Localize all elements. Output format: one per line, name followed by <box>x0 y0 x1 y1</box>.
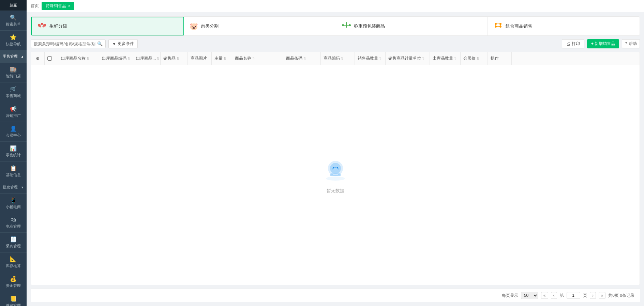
sidebar-item-general-ledger[interactable]: 📒 总账管理 <box>0 292 27 306</box>
store-icon: 🏬 <box>10 66 17 73</box>
th-barcode: 商品条码 ⇅ <box>283 52 321 65</box>
add-button[interactable]: + 新增销售品 <box>587 39 619 48</box>
home-link[interactable]: 首页 <box>31 3 39 9</box>
filter-icon: ▼ <box>112 42 116 46</box>
tab-combo[interactable]: 组合商品销售 <box>488 17 640 35</box>
pagination-bar: 每页显示 50 100 200 « ‹ 第 页 › » 共0页 0条记录 <box>31 289 640 302</box>
sidebar: 超赢 🔍 搜索菜单 ⭐ 快捷导航 零售管理 ▲ 🏬 智慧门店 🛒 零售商城 📢 … <box>0 0 27 306</box>
sort-icon[interactable]: ⇅ <box>379 57 382 60</box>
topbar: 首页 特殊销售品 × <box>27 0 644 12</box>
sort-icon[interactable]: ⇅ <box>422 57 425 60</box>
sort-icon[interactable]: ⇅ <box>157 57 160 60</box>
svg-point-4 <box>43 26 44 28</box>
th-prod-code: 商品编码 ⇅ <box>321 52 355 65</box>
column-settings-icon[interactable]: ⚙ <box>36 56 40 61</box>
empty-illustration <box>322 156 349 184</box>
sidebar-item-member[interactable]: 👤 会员中心 <box>0 122 27 142</box>
svg-point-8 <box>346 22 347 24</box>
toolbar-right: 🖨 打印 + 新增销售品 ? 帮助 <box>562 39 640 48</box>
svg-point-20 <box>330 163 341 174</box>
th-checkbox[interactable] <box>45 52 58 65</box>
receipt-icon: 🧾 <box>10 236 17 243</box>
cart-icon: 🛒 <box>10 86 17 92</box>
svg-point-18 <box>326 177 345 181</box>
sidebar-item-retail[interactable]: 零售管理 ▲ <box>0 50 27 63</box>
main-area: 首页 特殊销售品 × 生鲜分级 <box>27 0 644 306</box>
sidebar-item-inventory[interactable]: 📐 库存核算 <box>0 253 27 272</box>
page-label: 第 <box>560 293 564 299</box>
person-icon: 👤 <box>10 125 17 132</box>
sidebar-item-purchase[interactable]: 🧾 采购管理 <box>0 233 27 253</box>
ruler-icon: 📐 <box>10 256 17 262</box>
printer-icon: 🖨 <box>566 42 570 46</box>
weight-tab-label: 称重预包装商品 <box>354 23 385 29</box>
sidebar-item-mini-app[interactable]: 📱 小畅电商 <box>0 194 27 213</box>
sort-icon[interactable]: ⇅ <box>303 57 306 60</box>
th-sale-unit: 销售商品计量单位 ⇅ <box>386 52 430 65</box>
search-input[interactable] <box>34 42 96 46</box>
money-icon: 💰 <box>10 276 17 282</box>
filter-button[interactable]: ▼ 更多条件 <box>108 39 138 48</box>
page-number-input[interactable] <box>567 292 580 299</box>
fresh-tab-label: 生鲜分级 <box>49 23 67 29</box>
print-button[interactable]: 🖨 打印 <box>562 39 584 48</box>
prev-page-button[interactable]: ‹ <box>551 292 557 299</box>
megaphone-icon: 📢 <box>10 106 17 112</box>
sort-icon[interactable]: ⇅ <box>454 57 457 60</box>
close-tab-icon[interactable]: × <box>68 4 70 8</box>
sort-icon[interactable]: ⇅ <box>224 57 226 60</box>
sort-icon[interactable]: ⇅ <box>128 57 130 60</box>
svg-point-21 <box>333 167 334 168</box>
select-all-checkbox[interactable] <box>47 56 52 61</box>
sidebar-item-wholesale[interactable]: 批发管理 ▼ <box>0 181 27 194</box>
chevron-down-icon: ▼ <box>21 186 24 189</box>
star-icon: ⭐ <box>10 34 17 41</box>
first-page-button[interactable]: « <box>541 292 548 299</box>
table-header: ⚙ 出库商品名称 ⇅ 出库商品编码 ⇅ 出库商品... ⇅ <box>31 52 640 65</box>
ledger-icon: 📒 <box>10 295 17 302</box>
search-icon[interactable]: 🔍 <box>97 41 103 46</box>
sidebar-item-search[interactable]: 🔍 搜索菜单 <box>0 11 27 31</box>
next-page-button[interactable]: › <box>590 292 596 299</box>
th-member-price: 会员价 ⇅ <box>461 52 488 65</box>
tab-weight[interactable]: 称重预包装商品 <box>336 17 488 35</box>
search-icon: 🔍 <box>10 14 17 21</box>
sidebar-item-ecom-mgmt[interactable]: 🛍 电商管理 <box>0 213 27 233</box>
shop-icon: 🛍 <box>11 217 16 223</box>
sort-icon[interactable]: ⇅ <box>477 57 479 60</box>
sort-icon[interactable]: ⇅ <box>341 57 344 60</box>
tab-meat[interactable]: 🐷 肉类分割 <box>184 17 336 35</box>
combo-tab-icon <box>493 21 503 31</box>
sidebar-item-retail-stats[interactable]: 📊 零售统计 <box>0 142 27 162</box>
help-button[interactable]: ? 帮助 <box>622 39 640 48</box>
empty-state: 暂无数据 <box>31 65 640 285</box>
meat-tab-label: 肉类分割 <box>201 23 219 29</box>
sidebar-item-smart-store[interactable]: 🏬 智慧门店 <box>0 63 27 82</box>
sidebar-item-retail-mall[interactable]: 🛒 零售商城 <box>0 82 27 102</box>
sidebar-logo: 超赢 <box>0 0 27 11</box>
sidebar-item-quick[interactable]: ⭐ 快捷导航 <box>0 31 27 50</box>
last-page-button[interactable]: » <box>599 292 606 299</box>
sort-icon[interactable]: ⇅ <box>177 57 179 60</box>
sort-icon[interactable]: ⇅ <box>87 57 89 60</box>
meat-tab-icon: 🐷 <box>190 22 198 30</box>
sort-icon[interactable]: ⇅ <box>252 57 255 60</box>
chart-icon: 📊 <box>10 145 17 152</box>
th-out-spec: 出库商品... ⇅ <box>133 52 161 65</box>
chevron-down-icon: ▲ <box>21 55 24 58</box>
th-settings[interactable]: ⚙ <box>31 52 45 65</box>
svg-point-1 <box>41 23 43 25</box>
toolbar-left: 🔍 ▼ 更多条件 <box>31 39 138 48</box>
search-box[interactable]: 🔍 <box>31 40 106 48</box>
sidebar-item-finance[interactable]: 💰 资金管理 <box>0 272 27 292</box>
sidebar-item-promo[interactable]: 📢 营销推广 <box>0 102 27 122</box>
th-out-qty: 出库品数量 ⇅ <box>430 52 461 65</box>
toolbar: 🔍 ▼ 更多条件 🖨 打印 + 新增销售品 ? 帮助 <box>31 39 640 48</box>
th-prod-name: 商品名称 ⇅ <box>232 52 283 65</box>
sidebar-item-basic-info[interactable]: 📋 基础信息 <box>0 162 27 181</box>
page-size-select[interactable]: 50 100 200 <box>521 292 538 299</box>
svg-point-7 <box>342 24 344 26</box>
current-tab[interactable]: 特殊销售品 × <box>42 2 74 10</box>
tab-fresh[interactable]: 生鲜分级 <box>31 17 184 35</box>
th-action: 操作 <box>488 52 512 65</box>
